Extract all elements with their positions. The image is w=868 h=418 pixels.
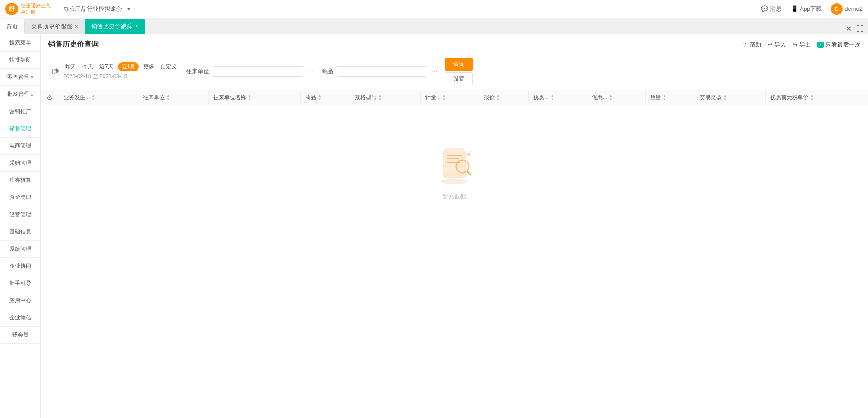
avatar: D bbox=[831, 3, 843, 15]
nav-title: 办公用品行业模拟账套 bbox=[63, 5, 122, 13]
col-unit[interactable]: 计量... ▲▼ bbox=[420, 90, 479, 105]
col-discount1[interactable]: 优惠... ▲▼ bbox=[528, 90, 587, 105]
page-header: 销售历史价查询 ？ 帮助 ↩ 导入 ↪ 导出 ✓ bbox=[41, 34, 868, 53]
date-btn-today[interactable]: 今天 bbox=[80, 62, 95, 71]
tab-bar: 首页 采购历史价跟踪 × 销售历史价跟踪 × ✕ ⛶ bbox=[0, 18, 868, 34]
app-download-btn[interactable]: 📱 App下载 bbox=[791, 5, 822, 13]
import-icon: ↩ bbox=[768, 41, 773, 48]
sidebar-item-beginner-guide[interactable]: 新手引导 bbox=[0, 275, 40, 292]
sidebar-item-ecommerce-mgmt[interactable]: 电商管理 bbox=[0, 138, 40, 155]
date-btn-7days[interactable]: 近7天 bbox=[98, 62, 115, 71]
sidebar-item-enterprise-wechat[interactable]: 企业微信 bbox=[0, 309, 40, 327]
data-table: ⚙ 业务发生... ▲▼ 往来单位 bbox=[41, 90, 868, 105]
sort-icon: ▲▼ bbox=[609, 94, 613, 101]
col-quote[interactable]: 报价 ▲▼ bbox=[479, 90, 528, 105]
empty-state: 暂元数据 bbox=[41, 105, 868, 237]
tab-close-sales[interactable]: × bbox=[135, 23, 138, 29]
col-pre-tax-price[interactable]: 优惠前无税单价 ▲▼ bbox=[766, 90, 868, 105]
svg-line-8 bbox=[467, 171, 471, 175]
sidebar-item-retail-mgmt[interactable]: 零售管理 ▾ bbox=[0, 69, 40, 86]
sort-icon: ▲▼ bbox=[723, 94, 727, 101]
empty-illustration bbox=[432, 142, 477, 187]
chevron-up-icon: ▴ bbox=[31, 92, 33, 97]
date-buttons: 昨天 今天 近7天 近1月 更多 自定义 bbox=[63, 62, 179, 71]
user-menu[interactable]: D demo2 bbox=[831, 3, 863, 15]
nav-dropdown-icon[interactable]: ▾ bbox=[127, 5, 131, 12]
filter-action-buttons: 查询 设置 bbox=[445, 58, 473, 85]
empty-text: 暂元数据 bbox=[443, 192, 466, 200]
sort-icon: ▲▼ bbox=[551, 94, 554, 101]
export-btn[interactable]: ↪ 导出 bbox=[793, 41, 811, 49]
date-btn-1month[interactable]: 近1月 bbox=[118, 62, 139, 71]
svg-point-10 bbox=[470, 151, 472, 152]
header-right: 💬 消息 📱 App下载 D demo2 bbox=[761, 3, 863, 15]
sidebar-item-inventory[interactable]: 库存核算 bbox=[0, 172, 40, 189]
tab-home[interactable]: 首页 bbox=[0, 19, 25, 34]
sidebar-item-sales-mgmt[interactable]: 销售管理 bbox=[0, 120, 40, 138]
col-partner-name[interactable]: 往来单位名称 ▲▼ bbox=[209, 90, 301, 105]
col-product[interactable]: 商品 ▲▼ bbox=[300, 90, 350, 105]
sidebar-item-operations-mgmt[interactable]: 经营管理 bbox=[0, 206, 40, 223]
tab-close-all-icon[interactable]: ✕ bbox=[846, 24, 852, 33]
sort-icon: ▲▼ bbox=[496, 94, 500, 101]
sidebar-item-marketing[interactable]: 营销推广 bbox=[0, 103, 40, 120]
sidebar-item-basic-info[interactable]: 基础信息 bbox=[0, 223, 40, 241]
product-dots-icon[interactable]: ··· bbox=[432, 67, 438, 76]
logo-text: 畅捷通好生意 标准版 bbox=[21, 2, 51, 15]
partner-input[interactable] bbox=[213, 66, 303, 77]
logo-icon: 好 bbox=[5, 3, 18, 15]
import-btn[interactable]: ↩ 导入 bbox=[768, 41, 786, 49]
col-spec[interactable]: 规格型号 ▲▼ bbox=[350, 90, 420, 105]
message-icon: 💬 bbox=[761, 5, 768, 12]
only-last-checkbox[interactable]: ✓ 只看最后一次 bbox=[817, 41, 861, 49]
tab-sales-history[interactable]: 销售历史价跟踪 × bbox=[85, 19, 145, 34]
col-settings[interactable]: ⚙ bbox=[41, 90, 59, 105]
col-partner-code[interactable]: 往来单位 ▲▼ bbox=[138, 90, 209, 105]
date-label: 日期 bbox=[48, 67, 60, 76]
sidebar-item-search-menu[interactable]: 搜索菜单 bbox=[0, 34, 40, 52]
product-filter-group: 商品 ··· bbox=[321, 66, 438, 77]
tab-close-purchase[interactable]: × bbox=[75, 24, 78, 30]
col-trade-type[interactable]: 交易类型 ▲▼ bbox=[695, 90, 766, 105]
col-quantity[interactable]: 数量 ▲▼ bbox=[646, 90, 695, 105]
date-btn-yesterday[interactable]: 昨天 bbox=[63, 62, 78, 71]
sidebar-item-app-center[interactable]: 应用中心 bbox=[0, 292, 40, 309]
col-discount2[interactable]: 优惠... ▲▼ bbox=[587, 90, 646, 105]
tab-bar-actions: ✕ ⛶ bbox=[846, 24, 868, 34]
sidebar-item-system-mgmt[interactable]: 系统管理 bbox=[0, 241, 40, 258]
settings-button[interactable]: 设置 bbox=[445, 72, 473, 85]
sidebar-item-enterprise-collab[interactable]: 企业协同 bbox=[0, 258, 40, 275]
content-area: 销售历史价查询 ？ 帮助 ↩ 导入 ↪ 导出 ✓ bbox=[41, 34, 868, 418]
top-header: 好 畅捷通好生意 标准版 办公用品行业模拟账套 ▾ 💬 消息 📱 App下载 D… bbox=[0, 0, 868, 18]
sidebar-item-wholesale-mgmt[interactable]: 批发管理 ▴ bbox=[0, 86, 40, 103]
tab-purchase-history[interactable]: 采购历史价跟踪 × bbox=[25, 19, 85, 34]
gear-icon: ⚙ bbox=[47, 94, 52, 101]
sidebar-item-purchase-mgmt[interactable]: 采购管理 bbox=[0, 155, 40, 172]
filter-bar: 日期 昨天 今天 近7天 近1月 更多 自定义 2023-02-18 至 202… bbox=[41, 53, 868, 90]
sort-icon: ▲▼ bbox=[378, 94, 382, 101]
sort-icon: ▲▼ bbox=[443, 94, 446, 101]
sidebar-item-quick-nav[interactable]: 快捷导航 bbox=[0, 52, 40, 69]
product-input[interactable] bbox=[337, 66, 427, 77]
sort-icon: ▲▼ bbox=[166, 94, 170, 101]
tab-expand-icon[interactable]: ⛶ bbox=[856, 25, 863, 33]
sort-icon: ▲▼ bbox=[318, 94, 321, 101]
svg-point-9 bbox=[467, 153, 470, 156]
query-button[interactable]: 查询 bbox=[445, 58, 473, 71]
sidebar-item-finance-mgmt[interactable]: 资金管理 bbox=[0, 189, 40, 206]
date-btn-custom[interactable]: 自定义 bbox=[159, 62, 179, 71]
download-icon: 📱 bbox=[791, 5, 798, 12]
chevron-down-icon: ▾ bbox=[31, 75, 33, 80]
sort-icon: ▲▼ bbox=[248, 94, 251, 101]
message-btn[interactable]: 💬 消息 bbox=[761, 5, 782, 13]
page-actions: ？ 帮助 ↩ 导入 ↪ 导出 ✓ 只看最后一次 bbox=[742, 41, 861, 49]
sidebar-item-vip-member[interactable]: 畅会员 bbox=[0, 327, 40, 344]
sort-icon: ▲▼ bbox=[663, 94, 666, 101]
export-icon: ↪ bbox=[793, 41, 797, 48]
col-biz-date[interactable]: 业务发生... ▲▼ bbox=[59, 90, 138, 105]
partner-dots-icon[interactable]: ··· bbox=[308, 67, 314, 76]
checkbox-icon: ✓ bbox=[817, 42, 824, 48]
date-btn-more[interactable]: 更多 bbox=[142, 62, 156, 71]
page-container: 销售历史价查询 ？ 帮助 ↩ 导入 ↪ 导出 ✓ bbox=[41, 34, 868, 418]
help-btn[interactable]: ？ 帮助 bbox=[742, 41, 761, 49]
